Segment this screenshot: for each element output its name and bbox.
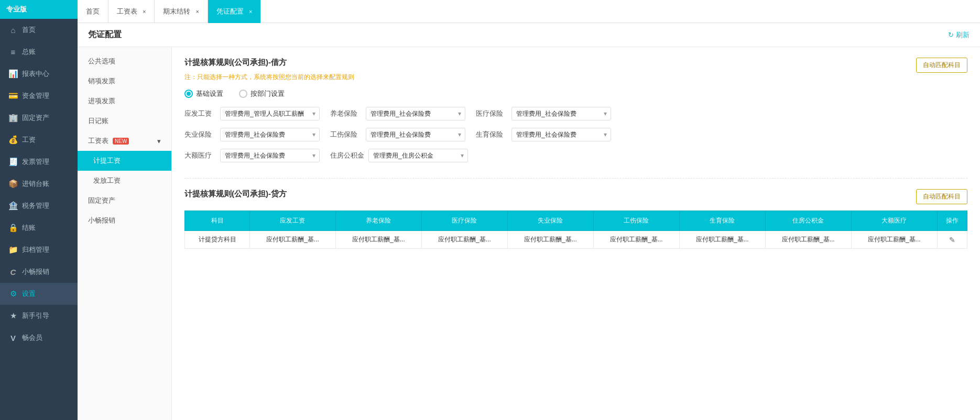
radio-group: 基础设置 按部门设置	[184, 89, 967, 98]
select-gongshang[interactable]: 管理费用_社会保险费	[366, 128, 465, 141]
field-label-shiye: 失业保险	[184, 130, 216, 139]
radio-basic-circle	[184, 90, 193, 98]
sidebar-item-inventory[interactable]: 📦 进销台账	[0, 173, 78, 195]
nav-issue-salary[interactable]: 发放工资	[78, 171, 171, 191]
select-shengyu[interactable]: 管理费用_社会保险费	[511, 128, 611, 141]
sidebar-item-member[interactable]: V 畅会员	[0, 327, 78, 349]
refresh-button[interactable]: ↻ 刷新	[948, 30, 970, 40]
sidebar-item-home[interactable]: ⌂ 首页	[0, 19, 78, 41]
sidebar-item-reports[interactable]: 📊 报表中心	[0, 63, 78, 85]
tab-salary-label: 工资表	[117, 7, 137, 16]
sidebar-item-assets[interactable]: 🏢 固定资产	[0, 107, 78, 129]
new-badge: NEW	[113, 138, 129, 145]
select-daeyiliao[interactable]: 管理费用_社会保险费	[220, 149, 320, 162]
td-action[interactable]: ✎	[937, 231, 967, 249]
tab-salary-close[interactable]: ×	[143, 8, 146, 15]
nav-journal[interactable]: 日记账	[78, 111, 171, 131]
credit-table: 科目 应发工资 养老保险 医疗保险 失业保险 工伤保险 生育保险 住房公积金 大…	[184, 211, 967, 249]
tab-home-label: 首页	[86, 7, 100, 16]
field-label-shengyu: 生育保险	[476, 130, 507, 139]
nav-xiaochang-expense[interactable]: 小畅报销	[78, 211, 171, 230]
th-subject: 科目	[185, 211, 250, 231]
sidebar-item-ledger[interactable]: ≡ 总账	[0, 41, 78, 63]
nav-purchase-invoice[interactable]: 进项发票	[78, 91, 171, 111]
sidebar-item-label: 固定资产	[22, 113, 49, 123]
select-wrapper-shiye: 管理费用_社会保险费	[220, 128, 320, 141]
page-header: 凭证配置 ↻ 刷新	[78, 23, 980, 47]
td-yiliao-val: 应付职工薪酬_基...	[421, 231, 507, 249]
sidebar-item-label: 首页	[22, 25, 36, 35]
th-yingfa: 应发工资	[250, 211, 336, 231]
nav-public[interactable]: 公共选项	[78, 51, 171, 71]
salary-icon: 💰	[8, 135, 18, 145]
debit-auto-match-button[interactable]: 自动匹配科目	[916, 58, 967, 73]
select-wrapper-gongjijin: 管理费用_住房公积金	[368, 149, 468, 162]
credit-table-head: 科目 应发工资 养老保险 医疗保险 失业保险 工伤保险 生育保险 住房公积金 大…	[185, 211, 967, 231]
sidebar: 专业版 ⌂ 首页 ≡ 总账 📊 报表中心 💳 资金管理 🏢 固定资产 💰 工资 …	[0, 0, 78, 420]
debit-section: 计提核算规则(公司承担)-借方 注：只能选择一种方式，系统将按照您当前的选择来配…	[184, 58, 967, 162]
radio-basic[interactable]: 基础设置	[184, 89, 223, 98]
sidebar-item-settings[interactable]: ⚙ 设置	[0, 283, 78, 305]
sidebar-item-tax[interactable]: 🏦 税务管理	[0, 195, 78, 217]
settings-icon: ⚙	[8, 289, 18, 299]
th-action: 操作	[937, 211, 967, 231]
funds-icon: 💳	[8, 91, 18, 101]
sidebar-item-label: 工资	[22, 135, 36, 145]
field-label-daeyiliao: 大额医疗	[184, 151, 216, 160]
credit-section-title: 计提核算规则(公司承担)-贷方	[184, 189, 287, 199]
field-label-yanglao: 养老保险	[330, 109, 362, 118]
select-yiliao[interactable]: 管理费用_社会保险费	[511, 107, 611, 120]
radio-dept[interactable]: 按部门设置	[239, 89, 285, 98]
field-gongjijin: 住房公积金 管理费用_住房公积金	[330, 149, 468, 162]
select-yingfa-gongzi[interactable]: 管理费用_管理人员职工薪酬	[220, 107, 320, 120]
tax-icon: 🏦	[8, 201, 18, 211]
reports-icon: 📊	[8, 69, 18, 79]
select-wrapper-yiliao: 管理费用_社会保险费	[511, 107, 611, 120]
field-yanglao: 养老保险 管理费用_社会保险费	[330, 107, 465, 120]
tab-period-close-btn[interactable]: ×	[195, 8, 199, 15]
tab-voucher-config[interactable]: 凭证配置 ×	[208, 0, 261, 23]
brand-logo: 专业版	[0, 0, 78, 19]
sidebar-item-archive[interactable]: 📁 归档管理	[0, 239, 78, 261]
edit-icon[interactable]: ✎	[949, 236, 955, 244]
th-gongshang: 工伤保险	[593, 211, 679, 231]
sidebar-item-label: 税务管理	[22, 201, 49, 211]
field-label-yingfa: 应发工资	[184, 109, 216, 118]
nav-fixed-assets[interactable]: 固定资产	[78, 191, 171, 211]
sidebar-item-close[interactable]: 🔒 结账	[0, 217, 78, 239]
tab-period-label: 期末结转	[163, 7, 190, 16]
sidebar-item-invoice[interactable]: 🧾 发票管理	[0, 151, 78, 173]
tab-period-close[interactable]: 期末结转 ×	[155, 0, 208, 23]
tab-salary-table[interactable]: 工资表 ×	[108, 0, 155, 23]
sidebar-item-label: 新手引导	[22, 311, 49, 320]
debit-form-row-1: 应发工资 管理费用_管理人员职工薪酬 养老保险 管理费用	[184, 107, 967, 120]
xiaochang-icon: C	[8, 268, 18, 277]
sidebar-item-label: 报表中心	[22, 69, 49, 79]
select-gongjijin[interactable]: 管理费用_住房公积金	[368, 149, 468, 162]
radio-dept-label: 按部门设置	[251, 89, 285, 98]
tab-home[interactable]: 首页	[78, 0, 108, 23]
left-nav: 公共选项 销项发票 进项发票 日记账 工资表 NEW ▾ 计提工资	[78, 47, 172, 420]
field-label-gongshang: 工伤保险	[330, 130, 362, 139]
nav-calc-salary[interactable]: 计提工资	[78, 151, 171, 171]
select-yanglao[interactable]: 管理费用_社会保险费	[366, 107, 465, 120]
credit-auto-match-button[interactable]: 自动匹配科目	[916, 189, 967, 204]
page-title: 凭证配置	[88, 29, 122, 40]
main-panel: 计提核算规则(公司承担)-借方 注：只能选择一种方式，系统将按照您当前的选择来配…	[172, 47, 980, 420]
radio-dept-circle	[239, 90, 247, 98]
tab-voucher-close[interactable]: ×	[249, 8, 252, 15]
select-wrapper-gongshang: 管理费用_社会保险费	[366, 128, 465, 141]
section-divider	[184, 178, 967, 179]
sidebar-item-salary[interactable]: 💰 工资	[0, 129, 78, 151]
refresh-icon: ↻	[948, 31, 954, 39]
sidebar-item-label: 设置	[22, 289, 36, 299]
field-gongshang: 工伤保险 管理费用_社会保险费	[330, 128, 465, 141]
select-shiye[interactable]: 管理费用_社会保险费	[220, 128, 320, 141]
sidebar-item-guide[interactable]: ★ 新手引导	[0, 305, 78, 327]
nav-sales-invoice[interactable]: 销项发票	[78, 71, 171, 91]
nav-salary-table[interactable]: 工资表 NEW ▾	[78, 131, 171, 151]
sidebar-item-xiaochang[interactable]: C 小畅报销	[0, 261, 78, 283]
close-icon: 🔒	[8, 223, 18, 233]
sidebar-item-funds[interactable]: 💳 资金管理	[0, 85, 78, 107]
sidebar-item-label: 总账	[22, 47, 36, 57]
